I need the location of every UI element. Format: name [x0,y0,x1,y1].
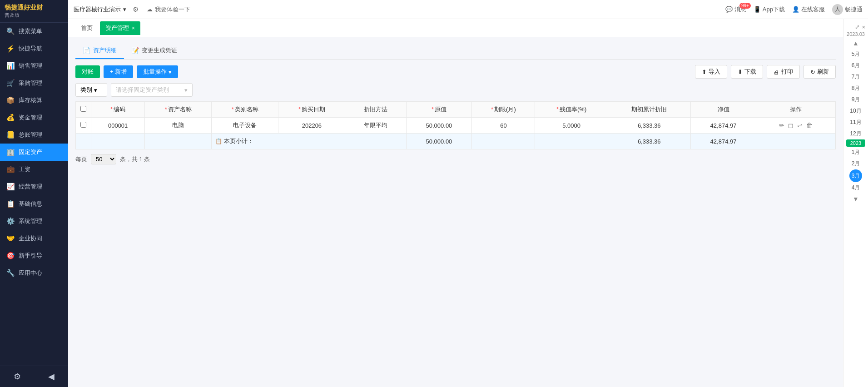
edit-icon[interactable]: ✏ [779,122,784,129]
row-checkbox[interactable] [80,122,86,128]
sidebar-label-enterprise: 企业协同 [19,234,42,243]
service-icon: 👤 [792,6,799,13]
month-2[interactable]: 2月 [846,158,865,169]
month-up-button[interactable]: ▲ [851,38,861,49]
top-bar: 医疗器械行业演示 ▾ ⚙ ☁ 我要体验一下 💬 消息 99+ 📱 App下载 👤… [68,0,868,19]
month-down-button[interactable]: ▼ [851,194,861,204]
table-header-row: *编码 *资产名称 *类别名称 *购买日期 折旧方法 *原值 *期限(月) *残… [76,102,836,118]
app-download-button[interactable]: 📱 App下载 [754,5,785,14]
enterprise-icon: 🤝 [6,234,15,243]
operations-icon: 📈 [6,183,15,191]
sidebar-label-sales: 销售管理 [19,62,42,70]
sub-tab-asset-detail-label: 资产明细 [93,46,117,55]
trial-area: ☁ 我要体验一下 [147,5,190,14]
panel-close-icon[interactable]: × [862,24,865,30]
sidebar-label-purchase: 采购管理 [19,79,42,87]
tab-home[interactable]: 首页 [75,20,98,36]
fixed-assets-icon: 🏢 [6,148,15,156]
category-type-select[interactable]: 类别 ▾ [75,83,107,97]
refresh-button[interactable]: ↻ 刷新 [804,65,836,79]
quick-nav-icon: ⚡ [6,45,15,53]
right-panel-header: ⤢ × [843,23,868,31]
sidebar-label-ledger: 总账管理 [19,131,42,139]
user-area[interactable]: 人 畅捷通 [832,4,863,15]
sidebar-item-sales[interactable]: 📊 销售管理 [0,57,68,74]
sidebar-item-fixed-assets[interactable]: 🏢 固定资产 [0,144,68,161]
category-value-select[interactable]: 请选择固定资产类别 ▾ [111,83,193,97]
sidebar-item-quick-nav[interactable]: ⚡ 快捷导航 [0,40,68,57]
online-service-button[interactable]: 👤 在线客服 [792,5,825,14]
sidebar-label-search: 搜索菜单 [19,27,42,35]
main-content: 首页 资产管理 × 📄 资产明细 📝 变更生成凭证 [68,19,843,387]
month-12[interactable]: 12月 [846,128,865,139]
sidebar-item-app-center[interactable]: 🔧 应用中心 [0,264,68,282]
month-1[interactable]: 1月 [846,147,865,158]
subtotal-empty-3 [145,134,212,149]
sub-tab-change-voucher-label: 变更生成凭证 [142,46,177,55]
pagination: 每页 50 20 100 条，共 1 条 [75,154,836,164]
month-5[interactable]: 5月 [846,49,865,60]
sidebar-bottom: ⚙ ◀ [0,366,68,387]
sub-tab-change-voucher[interactable]: 📝 变更生成凭证 [124,43,184,59]
sidebar-settings-button[interactable]: ⚙ [12,370,23,383]
sidebar-item-funds[interactable]: 💰 资金管理 [0,109,68,126]
import-button[interactable]: ⬆ 导入 [695,65,727,79]
trial-label[interactable]: 我要体验一下 [155,5,190,14]
month-10[interactable]: 10月 [846,105,865,117]
sidebar-item-operations[interactable]: 📈 经营管理 [0,178,68,195]
sidebar-item-salary[interactable]: 💼 工资 [0,161,68,178]
month-6[interactable]: 6月 [846,60,865,71]
sub-tab-asset-detail[interactable]: 📄 资产明细 [75,43,124,59]
print-button[interactable]: 🖨 打印 [767,65,800,79]
subtotal-empty-2 [91,134,145,149]
month-3-active[interactable]: 3月 [849,169,862,182]
reconcile-button[interactable]: 对账 [75,65,100,78]
month-11[interactable]: 11月 [846,117,865,128]
sidebar-label-system: 系统管理 [19,217,42,225]
subtotal-original-value: 50,000.00 [406,134,472,149]
company-selector[interactable]: 医疗器械行业演示 ▾ [74,5,126,14]
app-edition: 普及版 [5,12,20,19]
table-row: 000001 电脑 电子设备 202206 年限平均 50,000.00 60 … [76,118,836,134]
filter-row: 类别 ▾ 请选择固定资产类别 ▾ [75,83,836,97]
sidebar-label-app-center: 应用中心 [19,269,42,277]
header-net-value: 净值 [690,102,756,118]
transfer-icon[interactable]: ⇌ [797,122,803,129]
month-9[interactable]: 9月 [846,94,865,105]
header-name: *资产名称 [145,102,212,118]
sidebar-item-inventory[interactable]: 📦 库存核算 [0,92,68,109]
sidebar-label-base-info: 基础信息 [19,200,42,208]
per-page-label: 每页 [75,155,87,164]
messages-button[interactable]: 💬 消息 99+ [725,5,746,14]
new-button[interactable]: + 新增 [104,65,133,78]
copy-icon[interactable]: ◻ [788,122,794,129]
month-8[interactable]: 8月 [846,83,865,94]
subtotal-label: 📋 本页小计： [212,134,406,149]
sidebar-item-purchase[interactable]: 🛒 采购管理 [0,74,68,92]
settings-gear-icon[interactable]: ⚙ [133,5,139,14]
sidebar-item-enterprise[interactable]: 🤝 企业协同 [0,230,68,247]
panel-expand-icon[interactable]: ⤢ [855,24,860,30]
cell-category: 电子设备 [212,118,278,134]
per-page-select[interactable]: 50 20 100 [91,154,116,164]
download-button[interactable]: ⬇ 下载 [731,65,763,79]
delete-icon[interactable]: 🗑 [806,122,813,129]
message-icon: 💬 [725,6,733,13]
sidebar-item-guide[interactable]: 🎯 新手引导 [0,247,68,264]
month-7[interactable]: 7月 [846,71,865,83]
app-center-icon: 🔧 [6,269,15,277]
subtotal-empty-5 [535,134,608,149]
sidebar-item-system[interactable]: ⚙️ 系统管理 [0,213,68,230]
tab-asset-management[interactable]: 资产管理 × [100,21,140,35]
month-4[interactable]: 4月 [846,182,865,194]
tab-close-icon[interactable]: × [132,25,135,31]
cell-purchase-date: 202206 [278,118,345,134]
sidebar-collapse-button[interactable]: ◀ [46,370,56,383]
sidebar-item-base-info[interactable]: 📋 基础信息 [0,195,68,213]
batch-ops-button[interactable]: 批量操作 ▾ [137,65,178,78]
select-all-checkbox[interactable] [80,106,86,112]
sidebar-item-ledger[interactable]: 📒 总账管理 [0,126,68,144]
sidebar-item-search[interactable]: 🔍 搜索菜单 [0,23,68,40]
row-op-icons: ✏ ◻ ⇌ 🗑 [761,122,831,129]
subtotal-empty-1 [76,134,91,149]
